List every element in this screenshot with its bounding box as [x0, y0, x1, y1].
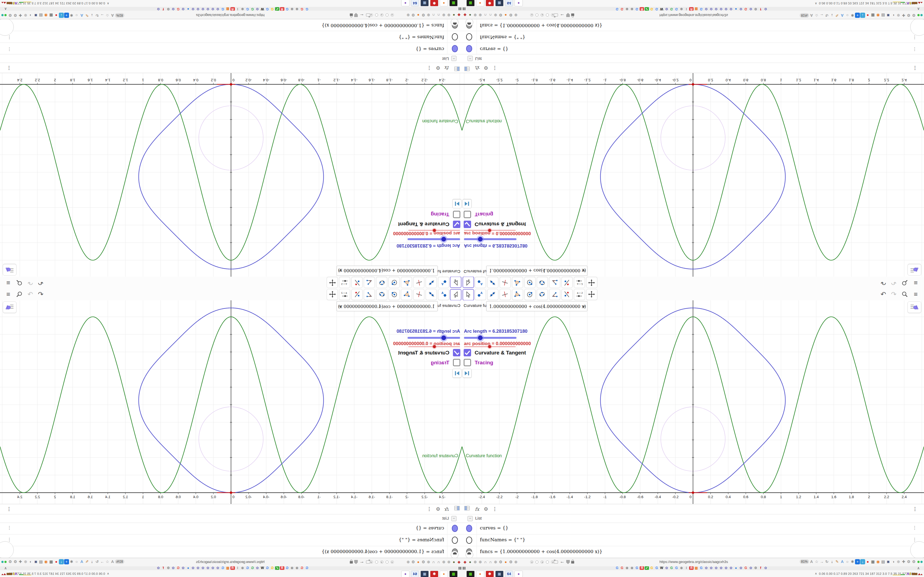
action-icon-3[interactable]: ↻ [95, 559, 100, 564]
action-icon-16[interactable]: ◑ [28, 13, 33, 18]
tab-favicon-6[interactable]: ✓ [645, 566, 649, 570]
tool-conic[interactable] [537, 277, 548, 288]
algebra-row-curves[interactable]: curves = {} ⋮ [0, 43, 462, 55]
tab-scroll-caret-icon[interactable]: ∧ [917, 566, 920, 570]
tool-move-graphics-view[interactable] [586, 289, 597, 300]
taskbar-app-5[interactable]: ● [515, 571, 523, 577]
tool-circle[interactable] [524, 289, 535, 300]
visibility-marble[interactable] [452, 33, 458, 40]
redo-button[interactable]: ↷ [889, 290, 898, 299]
action-icon-9[interactable]: + [64, 559, 69, 564]
extension-icon-5[interactable]: ∩ [488, 13, 493, 18]
tab-favicon-11[interactable]: G [250, 7, 255, 11]
extension-icon-4[interactable]: ∩ [436, 559, 441, 564]
shield-icon[interactable] [354, 560, 358, 564]
menu-button[interactable]: ≡ [4, 290, 13, 299]
action-icon-18[interactable]: ✚ [18, 13, 23, 18]
tab-favicon-13[interactable]: ⊕ [240, 7, 245, 11]
tool-line[interactable] [426, 277, 437, 288]
tab-favicon-25[interactable]: ✿ [181, 566, 185, 570]
action-icon-12[interactable]: ▦ [871, 13, 876, 18]
tab-favicon-26[interactable]: G [744, 7, 748, 11]
tab-favicon-14[interactable]: i [684, 566, 688, 570]
tab-favicon-7[interactable]: G [270, 7, 275, 11]
tab-favicon-29[interactable]: f [161, 7, 166, 11]
tab-favicon-23[interactable]: ✿ [191, 7, 195, 11]
taskbar-app-4[interactable]: 64 [411, 0, 419, 6]
tab-favicon-30[interactable]: ✿ [156, 566, 161, 570]
tab-favicon-2[interactable]: ⊕ [295, 7, 299, 11]
action-icon-1[interactable]: ☆ [814, 13, 819, 18]
tool-polygon[interactable] [512, 277, 523, 288]
tab-favicon-27[interactable]: ✿ [171, 7, 176, 11]
extension-icon-6[interactable]: ⊕ [426, 559, 431, 564]
tool-line[interactable] [426, 289, 437, 300]
extension-icon-10[interactable]: ⊕ [514, 559, 519, 564]
action-icon-16[interactable]: ◑ [891, 13, 896, 18]
action-icon-3[interactable]: ↻ [824, 559, 829, 564]
taskbar-app-4[interactable]: 64 [505, 571, 513, 577]
collapse-button[interactable]: − [467, 516, 473, 521]
algebra-row-funcnames[interactable]: funcNames = {" "} ⋮ [462, 31, 924, 43]
page-zoom-badge[interactable]: 81% [115, 13, 124, 18]
undo-button[interactable]: ↶ [36, 278, 45, 287]
arc-length-slider-handle[interactable] [441, 335, 446, 340]
redo-button[interactable]: ↷ [889, 278, 898, 287]
search-button[interactable] [15, 278, 24, 287]
tool-slider[interactable]: a = 2 [574, 289, 585, 300]
action-icon-13[interactable]: ◉ [44, 13, 48, 18]
tool-circle[interactable] [524, 277, 535, 288]
tracing-checkbox[interactable] [453, 359, 460, 366]
row-kebab-icon[interactable]: ⋮ [913, 525, 917, 530]
tab-favicon-4[interactable]: G [285, 7, 289, 11]
action-icon-16[interactable]: ◑ [28, 559, 33, 564]
row-kebab-icon[interactable]: ⋮ [913, 35, 917, 40]
tab-favicon-12[interactable]: G [674, 566, 679, 570]
arc-position-slider-handle[interactable] [488, 229, 491, 232]
skip-to-end-button[interactable] [452, 199, 462, 208]
tool-polygon[interactable] [401, 289, 412, 300]
action-icon-9[interactable]: + [855, 13, 860, 18]
extension-icon-4[interactable]: ∩ [483, 13, 488, 18]
tool-slider[interactable]: a = 2 [574, 277, 585, 288]
function-input[interactable]: 1.000000000000 + cos(4.000000000000 x) ▼ [337, 301, 438, 311]
address-bar-url[interactable]: https://www.geogebra.org/classic/aagcxh3… [659, 560, 728, 564]
extension-icon-6[interactable]: ⊕ [426, 13, 431, 18]
tab-scroll-caret-icon[interactable]: ∧ [917, 7, 920, 11]
action-icon-16[interactable]: ◑ [891, 559, 896, 564]
taskbar-app-0[interactable]: ▦ [449, 571, 457, 577]
skip-to-end-button[interactable] [452, 369, 462, 378]
tab-favicon-20[interactable]: ✿ [714, 7, 718, 11]
action-icon-4[interactable]: ↓ [829, 559, 834, 564]
taskbar-app-5[interactable]: ● [401, 571, 409, 577]
algebra-row-funcs[interactable]: funcs = {1.00000000000 + cos(4.000000000… [0, 19, 462, 31]
tab-favicon-21[interactable]: ✿ [201, 7, 205, 11]
action-icon-20[interactable]: ⚙ [8, 559, 13, 564]
graphics-stylebar-toggle[interactable] [908, 301, 921, 313]
extension-icon-1[interactable]: ● [452, 559, 457, 564]
tab-favicon-13[interactable]: ⊕ [679, 7, 684, 11]
curvature-tangent-checkbox[interactable] [464, 221, 471, 228]
action-icon-20[interactable]: ⚙ [911, 13, 916, 18]
extension-icon-4[interactable]: ∩ [483, 559, 488, 564]
fx-icon[interactable]: fx [473, 64, 481, 71]
tab-favicon-19[interactable]: ✿ [211, 566, 215, 570]
tool-angle[interactable] [364, 289, 375, 300]
tab-favicon-1[interactable]: G [300, 7, 304, 11]
extension-icon-7[interactable]: ⚙ [498, 13, 503, 18]
tool-perpendicular-line[interactable] [414, 289, 424, 300]
dropdown-caret-icon[interactable]: ▼ [583, 301, 585, 311]
tool-perpendicular-line[interactable] [500, 289, 510, 300]
tab-favicon-17[interactable]: G [699, 566, 703, 570]
extension-icon-1[interactable]: ● [468, 13, 473, 18]
tool-move-graphics-view[interactable] [586, 277, 597, 288]
extension-icon-8[interactable]: ● [503, 13, 508, 18]
undo-button[interactable]: ↶ [36, 290, 45, 299]
tab-favicon-20[interactable]: ✿ [206, 7, 210, 11]
arc-length-slider[interactable] [464, 337, 517, 339]
graphics-stylebar-toggle[interactable] [908, 264, 921, 276]
extension-icon-2[interactable]: ⊕ [473, 13, 478, 18]
taskbar-app-3[interactable]: ▣ [420, 571, 429, 577]
tab-favicon-22[interactable]: ✿ [724, 566, 728, 570]
action-icon-9[interactable]: + [855, 559, 860, 564]
